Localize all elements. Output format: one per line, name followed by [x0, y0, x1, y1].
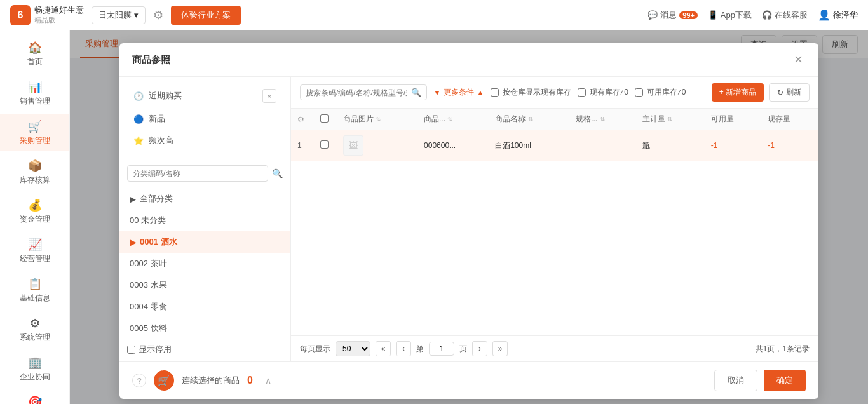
sidebar-label-sales: 销售管理: [20, 96, 50, 107]
modal-left-footer: 显示停用: [119, 337, 290, 361]
page-prev-button[interactable]: ‹: [396, 341, 411, 356]
sales-icon: 📊: [28, 80, 42, 94]
product-search-icon[interactable]: 🔍: [411, 88, 421, 97]
refresh-icon: ↻: [777, 88, 783, 97]
cancel-button[interactable]: 取消: [714, 370, 757, 391]
current-stock-input[interactable]: [578, 88, 586, 97]
collapse-recent-button[interactable]: «: [262, 89, 276, 103]
nav-item-frequent[interactable]: ⭐ 频次高: [127, 130, 283, 151]
sidebar-item-home[interactable]: 🏠 首页: [0, 36, 69, 72]
footer-cart-count: 0: [247, 375, 253, 386]
th-unit-label: 主计量: [642, 114, 665, 123]
warehouse-input[interactable]: [491, 88, 499, 97]
sidebar-label-enterprise: 企业协同: [20, 372, 50, 382]
category-item-0003[interactable]: 0003 水果: [119, 274, 290, 296]
refresh-button[interactable]: ↻ 刷新: [769, 83, 810, 102]
chevron-down-icon: ▾: [134, 10, 139, 20]
page-next-button[interactable]: ›: [472, 341, 487, 356]
sidebar-item-sales[interactable]: 📊 销售管理: [0, 75, 69, 112]
sort-code-icon: ⇅: [447, 116, 452, 123]
per-page-label: 每页显示: [300, 344, 330, 354]
footer-collapse-button[interactable]: ∧: [261, 373, 276, 388]
current-stock-checkbox[interactable]: 现有库存≠0: [578, 87, 628, 98]
gear-icon[interactable]: ⚙: [153, 8, 163, 22]
row-select-checkbox[interactable]: [320, 140, 329, 149]
nav-item-new[interactable]: 🔵 新品: [127, 109, 283, 129]
user-menu[interactable]: 👤 徐泽华: [818, 9, 858, 21]
store-selector[interactable]: 日太阳膜 ▾: [92, 6, 146, 24]
th-unit: 主计量 ⇅: [636, 109, 705, 130]
add-product-button[interactable]: + 新增商品: [712, 83, 764, 102]
category-label-all: 全部分类: [140, 193, 173, 205]
online-service-btn[interactable]: 🎧 在线客服: [762, 10, 808, 21]
divider: [127, 156, 283, 156]
modal-left-panel: 🕐 近期购买 « 🔵 新品 ⭐ 频次高: [119, 77, 291, 361]
messages-label: 消息: [660, 10, 677, 21]
sort-image-icon: ⇅: [376, 116, 381, 123]
filter-arrow-icon: ▲: [477, 88, 484, 97]
category-item-0004[interactable]: 0004 零食: [119, 296, 290, 318]
category-item-0005[interactable]: 0005 饮料: [119, 318, 290, 337]
logo-area: 6 畅捷通好生意 精品版: [10, 5, 84, 25]
sidebar-item-finance[interactable]: 💰 资金管理: [0, 193, 69, 230]
sidebar-item-purchase[interactable]: 🛒 采购管理: [0, 114, 69, 151]
sort-spec-icon: ⇅: [600, 116, 605, 123]
row-available: -1: [705, 130, 762, 161]
th-available-label: 可用量: [711, 114, 734, 123]
row-image: 🖼: [337, 130, 417, 161]
warehouse-checkbox[interactable]: 按仓库显示现有库存: [491, 87, 571, 98]
confirm-button[interactable]: 确定: [764, 370, 806, 391]
page-input[interactable]: [429, 342, 454, 356]
category-item-0001[interactable]: ▶ 0001 酒水: [119, 231, 290, 253]
th-stock: 现存量: [761, 109, 818, 130]
show-disabled-input[interactable]: [127, 346, 135, 354]
select-all-checkbox[interactable]: [320, 114, 329, 123]
th-image-label: 商品图片: [343, 114, 374, 123]
nav-label-frequent: 频次高: [149, 135, 173, 146]
show-disabled-checkbox[interactable]: 显示停用: [127, 344, 172, 355]
product-search-input[interactable]: [306, 88, 407, 97]
sidebar-label-system: 系统管理: [20, 332, 50, 343]
messages-btn[interactable]: 💬 消息 99+: [648, 10, 698, 21]
more-filter-button[interactable]: ▼ 更多条件 ▲: [433, 87, 484, 98]
per-page-select[interactable]: 50 20 100: [336, 341, 370, 356]
headset-icon: 🎧: [762, 10, 772, 20]
page-first-button[interactable]: «: [376, 341, 391, 356]
cart-icon-button[interactable]: 🛒: [154, 370, 174, 391]
new-product-icon: 🔵: [133, 114, 144, 124]
page-label: 第: [416, 344, 424, 354]
table-settings-icon[interactable]: ⚙: [297, 115, 304, 124]
product-thumbnail: 🖼: [343, 135, 363, 156]
app-download-btn[interactable]: 📱 App下载: [708, 10, 752, 21]
warehouse-label: 按仓库显示现有库存: [503, 87, 571, 98]
sidebar-item-inventory[interactable]: 📦 库存核算: [0, 154, 69, 191]
avatar-icon: 👤: [818, 9, 831, 21]
product-search-box: 🔍: [300, 84, 427, 100]
help-icon-button[interactable]: ?: [132, 374, 146, 387]
sidebar-label-finance: 资金管理: [20, 214, 50, 225]
available-stock-input[interactable]: [635, 88, 643, 97]
category-item-all[interactable]: ▶ 全部分类: [119, 188, 290, 210]
sidebar-item-system[interactable]: ⚙ 系统管理: [0, 311, 69, 348]
sidebar-item-basic[interactable]: 📋 基础信息: [0, 272, 69, 309]
sidebar-item-enterprise[interactable]: 🏢 企业协同: [0, 351, 69, 387]
sidebar-item-operation[interactable]: 📈 经营管理: [0, 232, 69, 269]
trial-button[interactable]: 体验行业方案: [171, 6, 241, 25]
sidebar-item-guide[interactable]: 🎯 新手引导: [0, 390, 69, 404]
th-available: 可用量: [705, 109, 762, 130]
table-row[interactable]: 1 🖼: [291, 130, 818, 161]
category-search-icon[interactable]: 🔍: [272, 168, 283, 178]
category-search-input[interactable]: [127, 165, 268, 182]
th-code-label: 商品...: [424, 114, 445, 123]
th-checkbox: [314, 109, 337, 130]
purchase-icon: 🛒: [28, 119, 42, 133]
page-suffix: 页: [459, 344, 467, 354]
modal-close-button[interactable]: ✕: [790, 52, 806, 67]
category-item-00[interactable]: 00 未分类: [119, 210, 290, 231]
page-last-button[interactable]: »: [492, 341, 508, 356]
available-stock-checkbox[interactable]: 可用库存≠0: [635, 87, 686, 98]
current-stock-label: 现有库存≠0: [590, 87, 628, 98]
category-item-0002[interactable]: 0002 茶叶: [119, 253, 290, 274]
user-name: 徐泽华: [833, 10, 858, 21]
nav-item-recent[interactable]: 🕐 近期购买 «: [127, 84, 283, 107]
